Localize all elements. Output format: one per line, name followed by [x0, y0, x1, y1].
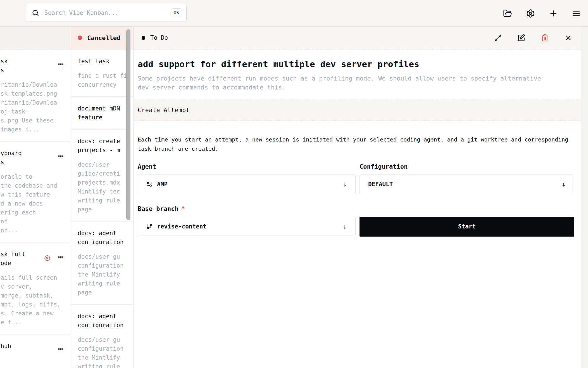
card-body-line: docs/user-: [78, 160, 134, 169]
open-project-button[interactable]: [503, 9, 512, 18]
add-task-button[interactable]: [549, 9, 558, 18]
card-title-line: s: [1, 66, 70, 75]
card-body-line: oj-task-: [1, 107, 70, 116]
task-status-label: To Do: [150, 34, 168, 41]
base-branch-label: Base branch*: [138, 205, 356, 212]
card-body-line: writing rule: [78, 362, 134, 368]
chevron-down-icon: ↓: [343, 223, 347, 230]
card-body-line: v server,: [1, 282, 70, 291]
cancelled-status-icon: [44, 255, 51, 261]
attempt-info-line: Each time you start an attempt, a new se…: [138, 135, 577, 144]
top-bar: ⌘S: [0, 0, 588, 27]
card-body-line: e f...: [1, 318, 70, 327]
kanban-board: … sk s ritannio/Downloa sk-templates.png…: [0, 27, 588, 368]
card-body-line: the Mintlify: [78, 353, 134, 362]
expand-button[interactable]: [493, 33, 502, 42]
configuration-select[interactable]: DEFAULT ↓: [360, 174, 574, 194]
card-body-line: sk-templates.png: [1, 89, 70, 98]
task-card[interactable]: … sk full ode ails full screen v server,…: [0, 242, 70, 334]
edit-icon: [518, 34, 525, 42]
chevron-down-icon: ↓: [343, 180, 347, 188]
folder-open-icon: [503, 9, 512, 18]
agent-label: Agent: [138, 163, 356, 170]
create-attempt-title: Create Attempt: [138, 107, 189, 114]
card-body-line: docs/user-gu: [78, 252, 134, 261]
card-body-line: find a rust fi: [78, 71, 134, 80]
card-body-line: nc...: [1, 226, 70, 235]
card-body-line: guide/creati: [78, 169, 134, 178]
card-body-line: s.png Use these: [1, 116, 70, 125]
settings-button[interactable]: [526, 9, 535, 18]
agent-select[interactable]: AMP ↓: [138, 174, 356, 194]
card-title-line: configuration: [78, 321, 134, 330]
task-title: add support for different multiple dev s…: [138, 59, 577, 69]
task-card[interactable]: … hub cs page: [0, 334, 70, 368]
card-body-line: configuration: [78, 261, 134, 270]
card-body-line: d a new docs: [1, 199, 70, 208]
card-body-line: docs/user-gu: [78, 335, 134, 344]
card-title-line: ode: [1, 259, 70, 268]
card-title-line: projects - m: [78, 146, 134, 155]
kanban-column-left: … sk s ritannio/Downloa sk-templates.png…: [0, 27, 70, 368]
card-body-line: merge, subtask,: [1, 291, 70, 300]
card-body-line: s. Create a new: [1, 309, 70, 318]
menu-button[interactable]: [572, 9, 581, 18]
cancelled-status-dot: [78, 36, 82, 40]
card-title-line: docs: agent: [78, 229, 134, 238]
card-menu-button[interactable]: …: [58, 253, 62, 258]
card-body-line: writing rule: [78, 196, 134, 205]
trash-icon: [541, 34, 549, 42]
card-body-line: ails full screen: [1, 273, 70, 282]
card-body-line: ritannio/Downloa: [1, 80, 70, 89]
search-box[interactable]: ⌘S: [25, 4, 187, 22]
task-detail-panel: To Do: [134, 27, 581, 368]
search-shortcut-badge: ⌘S: [171, 8, 182, 17]
card-title-line: s: [1, 158, 70, 167]
card-body-line: page: [78, 205, 134, 214]
task-card[interactable]: docs: agent configuration docs/user-gu c…: [70, 221, 134, 305]
attempt-info-line: task branch are created.: [138, 144, 577, 154]
search-input[interactable]: [44, 10, 171, 16]
card-body-line: ritannio/Downloa: [1, 98, 70, 107]
card-title-line: document mDN: [78, 104, 134, 113]
card-title-line: test task: [78, 57, 134, 66]
base-branch-value: revise-content: [157, 223, 206, 230]
edit-task-button[interactable]: [517, 33, 526, 42]
task-card[interactable]: document mDN feature: [70, 97, 134, 129]
todo-status-dot: [142, 36, 145, 40]
task-card[interactable]: … sk s ritannio/Downloa sk-templates.png…: [0, 49, 70, 141]
card-title-line: configuration: [78, 238, 134, 247]
card-body-line: oracle to: [1, 172, 70, 181]
task-description-line: dev server commands to accommodate this.: [138, 83, 577, 92]
card-body-line: ering each: [1, 208, 70, 217]
task-card[interactable]: docs: create projects - m docs/user- gui…: [70, 129, 134, 221]
close-panel-button[interactable]: [564, 33, 573, 42]
task-card[interactable]: docs: agent configuration docs/user-gu c…: [70, 305, 134, 368]
card-body-line: of: [1, 217, 70, 226]
task-card[interactable]: test task find a rust fi concurrency: [70, 49, 134, 97]
base-branch-label-text: Base branch: [138, 205, 178, 212]
search-icon: [32, 9, 39, 17]
card-menu-button[interactable]: …: [58, 152, 62, 157]
card-menu-button[interactable]: …: [58, 345, 62, 350]
card-body-line: cs page: [1, 365, 70, 368]
chevron-down-icon: ↓: [562, 180, 566, 188]
expand-icon: [494, 34, 502, 42]
delete-task-button[interactable]: [540, 33, 549, 42]
card-body-line: w this feature: [1, 190, 70, 199]
card-body-line: configuration: [78, 344, 134, 353]
column-scrollbar[interactable]: [126, 29, 130, 220]
sliders-icon: [146, 181, 153, 187]
start-button[interactable]: Start: [360, 217, 574, 237]
card-title-line: docs: agent: [78, 312, 134, 321]
base-branch-select[interactable]: revise-content ↓: [138, 217, 356, 236]
task-card[interactable]: … yboard s oracle to the codebase and w …: [0, 141, 70, 242]
card-menu-button[interactable]: …: [58, 60, 62, 65]
attempt-info-text: Each time you start an attempt, a new se…: [138, 135, 577, 154]
close-icon: [565, 34, 572, 42]
card-body-line: Mintlify tec: [78, 187, 134, 196]
configuration-label: Configuration: [360, 163, 574, 170]
panel-scrollbar-track[interactable]: [581, 27, 588, 368]
required-asterisk: *: [181, 205, 185, 212]
card-body-line: the Mintlify: [78, 270, 134, 279]
